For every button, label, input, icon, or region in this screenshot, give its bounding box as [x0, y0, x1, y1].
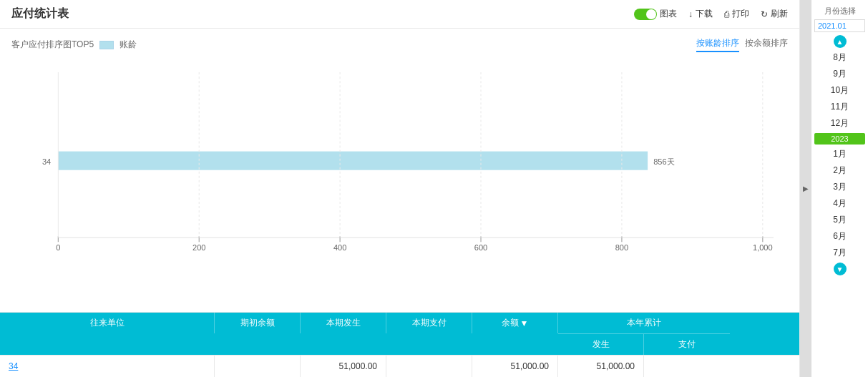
month-item[interactable]: 3月: [811, 179, 868, 195]
sidebar-collapse-button[interactable]: ▶: [800, 0, 811, 377]
month-item[interactable]: 9月: [811, 66, 868, 82]
sidebar-label: 月份选择: [811, 3, 868, 19]
table-header-row1: 往来单位 期初余额 本期发生 本期支付 余额 ▼ 本年累计: [0, 313, 799, 333]
svg-text:400: 400: [333, 243, 346, 252]
chart-label: 图表: [660, 8, 677, 20]
svg-text:0: 0: [56, 243, 60, 252]
header-actions: 图表 ↓ 下载 ⎙ 打印 ↻ 刷新: [634, 8, 788, 20]
chevron-right-icon: ▶: [803, 185, 809, 192]
th-balance: 余额 ▼: [472, 313, 558, 333]
toggle-track[interactable]: [634, 9, 657, 20]
chart-toolbar: 客户应付排序图TOP5 账龄 按账龄排序 按余额排序: [11, 37, 788, 52]
td-balance: 51,000.00: [472, 356, 558, 377]
download-icon: ↓: [688, 9, 693, 19]
sidebar-panel: ▶ 月份选择 ▲ 8月9月10月11月12月20231月2月3月4月5月6月7月…: [799, 0, 868, 377]
month-item[interactable]: 8月: [811, 49, 868, 66]
month-item[interactable]: 11月: [811, 99, 868, 115]
th-year-pay: 支付: [644, 333, 730, 355]
print-label: 打印: [732, 8, 749, 20]
month-item[interactable]: 10月: [811, 82, 868, 99]
month-input[interactable]: [814, 19, 865, 32]
bar-chart: 34 856天 0 200 400 600: [11, 58, 788, 303]
download-label: 下载: [696, 8, 713, 20]
td-unit[interactable]: 34: [0, 356, 215, 377]
svg-text:34: 34: [42, 157, 51, 166]
refresh-label: 刷新: [771, 8, 788, 20]
svg-text:856天: 856天: [653, 157, 674, 166]
table-row: 34 51,000.00 51,000.00 51,000.00: [0, 355, 799, 377]
td-period-balance: [215, 356, 301, 377]
chart-sort-buttons: 按账龄排序 按余额排序: [696, 37, 788, 52]
month-item[interactable]: 12月: [811, 115, 868, 132]
legend-box-label: 账龄: [120, 39, 137, 51]
page-title: 应付统计表: [11, 6, 69, 21]
svg-text:600: 600: [474, 243, 487, 252]
refresh-button[interactable]: ↻ 刷新: [761, 8, 788, 20]
svg-text:800: 800: [615, 243, 628, 252]
legend-text: 客户应付排序图TOP5: [11, 39, 94, 51]
next-month-button[interactable]: ▼: [834, 263, 847, 275]
month-item[interactable]: 7月: [811, 245, 868, 261]
td-year-occur: 51,000.00: [558, 356, 644, 377]
sort-by-age-button[interactable]: 按账龄排序: [696, 37, 739, 52]
th-year-occur: 发生: [558, 333, 644, 355]
table-header-row2: 发生 支付: [0, 333, 799, 355]
td-period-occur: 51,000.00: [301, 356, 386, 377]
svg-rect-1: [58, 152, 648, 170]
month-item[interactable]: 1月: [811, 146, 868, 162]
chart-toggle[interactable]: 图表: [634, 8, 677, 20]
print-icon: ⎙: [724, 9, 729, 19]
chart-legend: 客户应付排序图TOP5 账龄: [11, 39, 137, 51]
month-item[interactable]: 2月: [811, 162, 868, 179]
th-year-cum: 本年累计: [558, 313, 730, 333]
th-period-balance: 期初余额: [215, 313, 301, 333]
year-badge: 2023: [814, 133, 865, 145]
refresh-icon: ↻: [761, 9, 768, 19]
toggle-thumb: [646, 9, 656, 19]
download-button[interactable]: ↓ 下载: [688, 8, 713, 20]
th-unit: 往来单位: [0, 313, 215, 333]
month-item[interactable]: 6月: [811, 228, 868, 245]
table-section: 往来单位 期初余额 本期发生 本期支付 余额 ▼ 本年累计 发生 支付: [0, 312, 799, 377]
sidebar-months: 月份选择 ▲ 8月9月10月11月12月20231月2月3月4月5月6月7月 ▼: [811, 0, 868, 377]
th-period-pay: 本期支付: [386, 313, 472, 333]
svg-text:200: 200: [192, 243, 205, 252]
td-year-pay: [644, 356, 730, 377]
td-period-pay: [386, 356, 472, 377]
th-period-occur: 本期发生: [301, 313, 386, 333]
svg-text:1,000: 1,000: [753, 243, 773, 252]
month-list: 8月9月10月11月12月20231月2月3月4月5月6月7月: [811, 49, 868, 261]
chart-section: 客户应付排序图TOP5 账龄 按账龄排序 按余额排序 34 856天: [0, 29, 799, 312]
print-button[interactable]: ⎙ 打印: [724, 8, 749, 20]
month-item[interactable]: 5月: [811, 212, 868, 228]
month-item[interactable]: 4月: [811, 195, 868, 212]
chart-wrapper: 34 856天 0 200 400 600: [11, 58, 788, 303]
legend-box: [99, 41, 114, 49]
prev-month-button[interactable]: ▲: [834, 35, 847, 48]
balance-sort-icon[interactable]: ▼: [520, 318, 529, 328]
sort-by-balance-button[interactable]: 按余额排序: [745, 37, 788, 52]
